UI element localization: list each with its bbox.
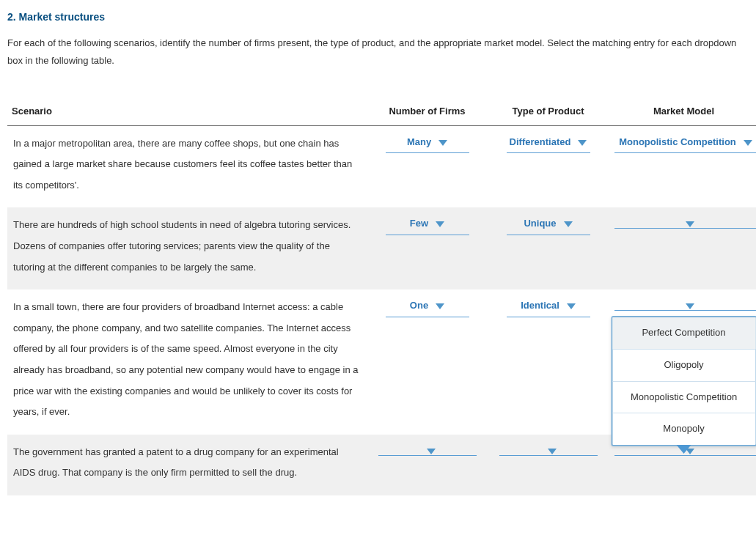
dropdown-option[interactable]: Oligopoly bbox=[612, 349, 755, 381]
dropdown-value: Unique bbox=[524, 215, 556, 233]
chevron-down-icon bbox=[686, 221, 694, 227]
product-dropdown[interactable]: Differentiated bbox=[507, 133, 590, 154]
firms-dropdown[interactable]: Few bbox=[386, 215, 469, 235]
chevron-down-icon bbox=[427, 449, 436, 454]
model-dropdown[interactable] bbox=[614, 303, 756, 311]
question-prompt: For each of the following scenarios, ide… bbox=[7, 34, 749, 70]
chevron-down-icon bbox=[567, 303, 576, 309]
dropdown-value: Monopolistic Competition bbox=[619, 133, 736, 152]
product-dropdown[interactable]: Unique bbox=[507, 215, 590, 235]
model-dropdown[interactable]: Monopolistic Competition bbox=[614, 133, 756, 154]
firms-dropdown[interactable]: One bbox=[386, 297, 469, 317]
dropdown-option[interactable]: Monopolistic Competition bbox=[612, 381, 755, 413]
col-scenario: Scenario bbox=[7, 100, 367, 125]
chevron-down-icon bbox=[564, 221, 573, 227]
dropdown-value: Many bbox=[407, 133, 431, 152]
chevron-down-icon bbox=[438, 140, 447, 146]
model-dropdown-panel: Perfect Competition Oligopoly Monopolist… bbox=[611, 316, 756, 446]
dropdown-value: Differentiated bbox=[510, 133, 571, 152]
scenario-text: The government has granted a patent to a… bbox=[7, 435, 367, 495]
col-model: Market Model bbox=[609, 100, 756, 125]
firms-dropdown[interactable]: Many bbox=[386, 133, 469, 154]
scenario-text: In a major metropolitan area, there are … bbox=[7, 125, 367, 207]
dropdown-value: Few bbox=[410, 215, 428, 233]
col-product: Type of Product bbox=[488, 100, 609, 125]
chevron-down-icon bbox=[436, 303, 444, 309]
dropdown-option[interactable]: Monopoly bbox=[612, 413, 755, 445]
chevron-down-icon bbox=[578, 140, 587, 146]
question-heading: 2. Market structures bbox=[7, 7, 749, 27]
col-firms: Number of Firms bbox=[367, 100, 488, 125]
table-row: There are hundreds of high school studen… bbox=[7, 207, 756, 289]
dropdown-option[interactable]: Perfect Competition bbox=[612, 317, 755, 349]
table-row: In a major metropolitan area, there are … bbox=[7, 125, 756, 207]
chevron-down-icon bbox=[686, 303, 694, 309]
chevron-down-icon bbox=[744, 140, 752, 146]
product-dropdown[interactable] bbox=[499, 448, 598, 456]
scenario-text: There are hundreds of high school studen… bbox=[7, 207, 367, 289]
product-dropdown[interactable]: Identical bbox=[507, 297, 590, 317]
scenario-text: In a small town, there are four provider… bbox=[7, 289, 367, 435]
table-row: In a small town, there are four provider… bbox=[7, 289, 756, 435]
chevron-down-icon bbox=[548, 449, 557, 454]
dropdown-value: One bbox=[410, 297, 428, 315]
dropdown-value: Identical bbox=[521, 297, 559, 315]
chevron-down-icon bbox=[436, 221, 444, 227]
firms-dropdown[interactable] bbox=[378, 448, 477, 456]
model-dropdown[interactable] bbox=[614, 221, 756, 229]
scenario-table: Scenario Number of Firms Type of Product… bbox=[7, 100, 756, 495]
